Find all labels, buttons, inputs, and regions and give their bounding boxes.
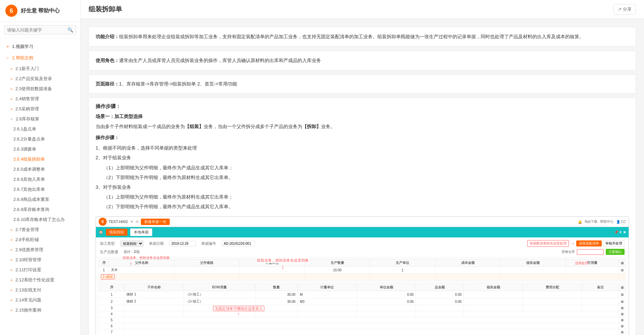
app-form-label-count: 生产总数量 <box>100 249 118 255</box>
minus-icon-2: － <box>5 55 10 61</box>
app-upper-table: 序 父件名称 父件规格 计量单位 生产数量 生产单位 成本金额 核实金额 可用量 <box>99 259 626 281</box>
scene1-title: 场景一：加工类型选择 <box>96 114 629 120</box>
sidebar-item-cost-recalc[interactable]: 2.6.8商品成本重算 <box>0 194 80 205</box>
sidebar-item-inventory-error[interactable]: 2.6.10库存账本错了怎么办 <box>0 215 80 225</box>
app-bom-dropdown[interactable]: 1+模块 <box>101 274 115 279</box>
sidebar-item-stocktake[interactable]: 2.6.1盘点单 <box>0 124 80 134</box>
col-produce-unit: 生产单位 <box>370 260 435 267</box>
steps-block: 操作步骤： 场景一：加工类型选择 当由多个子件材料组装成一个成品的业务为【组装】… <box>89 98 636 335</box>
cell-bom-label: 1+模块 <box>99 274 174 281</box>
lower-cell-qty-1: 30.00 <box>255 291 298 298</box>
cell-unit <box>239 267 305 274</box>
lower-cell-empty-6 <box>124 323 619 329</box>
step-3: 3、对于拆装业务 <box>96 183 629 191</box>
cell-seq: 1 <box>99 267 109 274</box>
app-form-date-input[interactable] <box>169 241 196 246</box>
sidebar-item-newbie[interactable]: ＋ 2.1新手入门 <box>0 64 80 74</box>
app-tab-local[interactable]: 本地单据 <box>130 228 152 236</box>
lower-cell-act-3 <box>464 305 523 311</box>
lower-cell-total-2: 0.00 <box>416 298 464 305</box>
logo-icon: 6 <box>5 5 17 17</box>
sidebar-item-coupon[interactable]: ＋ 2.9优惠券管理 <box>0 245 80 255</box>
lower-col-unit-cost: 单位金额 <box>357 284 416 291</box>
lower-cell-q4 <box>255 311 298 317</box>
plus-icon: ＋ <box>9 106 13 112</box>
nav-sub-list-2: ＋ 2.1新手入门 ＋ 2.2产品安装及登录 ＋ 2.3使用前数据准备 ＋ 2.… <box>0 64 80 315</box>
sidebar-item-transfer[interactable]: 2.6.3调拨单 <box>0 144 80 154</box>
app-logo: 6 <box>99 218 107 226</box>
sidebar-item-payment[interactable]: ＋ 2.13在线支付 <box>0 285 80 295</box>
plus-icon: ＋ <box>9 308 13 313</box>
search-box: 🔍 <box>0 22 80 38</box>
lower-cell-op-3[interactable]: ⊞ <box>619 305 626 311</box>
search-input[interactable] <box>7 27 67 33</box>
sidebar-item-personalize[interactable]: ＋ 2.12系统个性化设置 <box>0 275 80 285</box>
ops-title: 操作步骤： <box>96 103 629 110</box>
app-select-bom-btn[interactable]: 选择装配清单 <box>576 240 602 246</box>
app-approve-btn[interactable]: 审核并处理 <box>603 240 625 247</box>
app-form-no-input[interactable] <box>221 241 255 246</box>
lower-cell-unit-3 <box>298 305 357 311</box>
app-form-type-select[interactable]: 组装拆卸 <box>120 240 144 247</box>
lower-col-bom-qty: BOM用量 <box>183 284 255 291</box>
sidebar-item-operation[interactable]: ＋ 2.10经营管理 <box>0 255 80 265</box>
col-action: ⊞ <box>619 260 626 267</box>
lower-col-seq: 序 <box>99 284 124 291</box>
app-new-btn[interactable]: 新建单据一夹 <box>141 219 170 225</box>
lower-cell-op5[interactable]: ⊞ <box>619 317 626 323</box>
sidebar-item-video-learning[interactable]: ＋ 1.视频学习 <box>0 41 80 52</box>
lower-cell-bom-3 <box>183 305 255 311</box>
sidebar-item-sales[interactable]: ＋ 2.4销售管理 <box>0 94 80 104</box>
plus-icon: ＋ <box>9 227 13 233</box>
lower-cell-uc-3 <box>357 305 416 311</box>
sidebar-item-assembly[interactable]: 2.6.4组装拆卸单 <box>0 154 80 164</box>
sidebar-item-faq[interactable]: ＋ 2.14常见问题 <box>0 295 80 305</box>
sidebar-item-inventory[interactable]: － 2.6库存核算 <box>0 114 80 124</box>
plus-icon: ＋ <box>9 86 13 92</box>
role-text: 通常由生产人员或库管人员完成拆装业务的操作，库管人员确认原材料的出库和产成品的入… <box>119 58 321 63</box>
sidebar-item-finance[interactable]: ＋ 2.7资金管理 <box>0 225 80 235</box>
sidebar-item-data-prep[interactable]: ＋ 2.3使用前数据准备 <box>0 84 80 94</box>
lower-cell-op7[interactable]: ⊞ <box>619 329 626 335</box>
app-screenshot: 6 TEST-H002 ▼ ⚙ 新建单据一夹 🔔 App下载 帮助中心 👤 CC <box>96 216 629 335</box>
role-label: 使用角色： <box>96 58 119 63</box>
sidebar-item-install[interactable]: ＋ 2.2产品安装及登录 <box>0 74 80 84</box>
search-icon: 🔍 <box>67 27 73 33</box>
lower-cell-op-2[interactable]: ⊞ <box>619 298 626 305</box>
app-nav-icons: 📌 ▼ ✖ <box>614 230 626 234</box>
app-warehouse-input[interactable] <box>577 249 604 255</box>
app-tab-assembly[interactable]: 组装拆卸 <box>106 229 127 236</box>
sidebar-item-cost-adjust[interactable]: 2.6.5成本调整单 <box>0 164 80 174</box>
col-unit: 计量单位 <box>239 260 305 267</box>
sidebar-item-mobile[interactable]: ＋ 2.8手机旺铺 <box>0 235 80 245</box>
sidebar-item-partial-stocktake[interactable]: 2.6.2分量盘点单 <box>0 134 80 144</box>
lower-table-row-1: 1 煤材 1 （1+加工） 30.00 M 0.00 0.00 <box>99 291 626 298</box>
cell-cost <box>435 267 500 274</box>
lower-cell-op-1[interactable]: ⊞ <box>619 291 626 298</box>
role-block: 使用角色：通常由生产人员或库管人员完成拆装业务的操作，库管人员确认原材料的出库和… <box>89 51 636 70</box>
cell-btn[interactable]: ⊞ <box>619 267 626 274</box>
col-produce-qty: 生产数量 <box>305 260 370 267</box>
lower-cell-op6[interactable]: ⊞ <box>619 323 626 329</box>
lower-cell-uc4 <box>357 311 416 317</box>
sidebar-item-other-inbound[interactable]: 2.6.6其他入库单 <box>0 174 80 184</box>
sidebar-item-other-outbound[interactable]: 2.6.7其他出库单 <box>0 184 80 194</box>
sidebar-item-purchase[interactable]: ＋ 2.5采购管理 <box>0 104 80 114</box>
sidebar-item-inventory-query[interactable]: 2.6.9库存账本查询 <box>0 205 80 215</box>
app-form-label-warehouse: 货物仓库 <box>561 249 575 254</box>
main-area: 组装拆卸单 ↗ 分享 功能介绍：组装拆卸单用来处理企业组装或拆卸等加工业务，支持… <box>80 0 644 335</box>
lower-cell-a4 <box>464 311 523 317</box>
app-form-label-no: 单据编号 <box>201 241 216 246</box>
sidebar-item-help-docs[interactable]: － 2.帮助文档 <box>0 52 80 64</box>
cell-unit2: 1 <box>370 267 435 274</box>
search-input-wrap[interactable]: 🔍 <box>4 25 76 35</box>
lower-cell-op4[interactable]: ⊞ <box>619 311 626 317</box>
step-1: 1、根据不同的业务，选择不同单据的类型来处理 <box>96 144 629 152</box>
plus-icon: ＋ <box>9 277 13 283</box>
sidebar-item-print[interactable]: ＋ 2.11打印设置 <box>0 265 80 275</box>
lower-cell-qty-2: 30.00 <box>255 298 298 305</box>
cell-avail <box>566 267 619 274</box>
share-button[interactable]: ↗ 分享 <box>613 4 636 15</box>
app-confirm-btn[interactable]: 立案确认 <box>606 249 625 255</box>
sidebar-item-cases[interactable]: ＋ 2.15操作案例 <box>0 305 80 315</box>
